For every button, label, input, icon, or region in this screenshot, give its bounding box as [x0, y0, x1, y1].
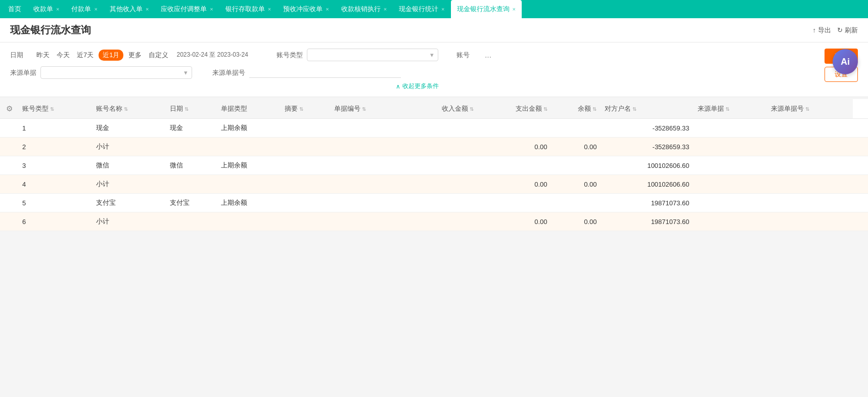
th-account-name[interactable]: 账号名称 ⇅ — [92, 99, 166, 119]
td-expense — [552, 119, 601, 138]
nav-tab-0[interactable]: 收款单 × — [27, 0, 65, 18]
chevron-down-icon: ▾ — [430, 51, 434, 59]
table-row[interactable]: 4小计0.000.00100102606.60 — [0, 175, 868, 194]
nav-tab-4[interactable]: 银行存取款单 × — [219, 0, 277, 18]
th-counterpart[interactable]: 对方户名 ⇅ — [601, 99, 693, 119]
td-gear — [0, 175, 18, 194]
td-doc-no — [404, 156, 478, 175]
top-nav: 首页 收款单 × 付款单 × 其他收入单 × 应收应付调整单 × 银行存取款单 … — [0, 0, 868, 18]
filter-left: 日期 昨天 今天 近7天 近1月 更多 自定义 2023-02-24 至 202… — [10, 49, 825, 91]
table-row[interactable]: 2小计0.000.00-3528659.33 — [0, 138, 868, 156]
td-account-name — [166, 175, 217, 194]
th-summary[interactable]: 摘要 ⇅ — [281, 99, 330, 119]
td-balance: 100102606.60 — [601, 156, 693, 175]
table-row[interactable]: 6小计0.000.0019871073.60 — [0, 212, 868, 231]
th-doc-type[interactable]: 单据类型 — [217, 99, 281, 119]
sort-icon: ⇅ — [592, 106, 597, 112]
nav-tab-7[interactable]: 现金银行统计 × — [393, 0, 450, 18]
td-balance: 19871073.60 — [601, 194, 693, 212]
nav-tab-3[interactable]: 应收应付调整单 × — [155, 0, 219, 18]
date-btn-today[interactable]: 今天 — [55, 50, 72, 61]
td-gear — [0, 138, 18, 156]
export-button[interactable]: ↑ 导出 — [813, 26, 832, 35]
account-type-select[interactable]: ▾ — [307, 49, 438, 61]
sort-icon: ⇅ — [470, 106, 474, 112]
page-title: 现金银行流水查询 — [10, 23, 91, 37]
th-expense[interactable]: 支出金额 ⇅ — [478, 99, 552, 119]
td-account-type: 微信 — [92, 156, 166, 175]
td-gear — [0, 212, 18, 231]
close-icon[interactable]: × — [56, 0, 59, 18]
sort-icon: ⇅ — [185, 106, 189, 112]
td-doc-no — [404, 175, 478, 194]
td-income — [478, 119, 552, 138]
th-source-doc[interactable]: 来源单据 ⇅ — [694, 99, 767, 119]
td-counterpart — [694, 138, 767, 156]
td-expense — [552, 156, 601, 175]
th-doc-no[interactable]: 单据编号 ⇅ — [330, 99, 404, 119]
date-btn-custom[interactable]: 自定义 — [147, 50, 170, 61]
date-btn-1month[interactable]: 近1月 — [99, 50, 123, 61]
nav-tab-5[interactable]: 预收冲应收单 × — [277, 0, 335, 18]
account-dots[interactable]: ... — [481, 51, 495, 60]
td-seq: 5 — [18, 194, 92, 212]
td-gear — [0, 194, 18, 212]
nav-home[interactable]: 首页 — [2, 0, 27, 18]
gear-icon[interactable]: ⚙ — [6, 104, 13, 113]
th-gear[interactable]: ⚙ — [0, 99, 18, 119]
td-source-doc — [767, 156, 853, 175]
td-source-doc — [767, 212, 853, 231]
th-source-doc-no[interactable]: 来源单据号 ⇅ — [767, 99, 853, 119]
nav-tab-8[interactable]: 现金银行流水查询 × — [451, 0, 522, 18]
td-seq: 6 — [18, 212, 92, 231]
td-account-type: 小计 — [92, 212, 166, 231]
close-icon[interactable]: × — [326, 0, 329, 18]
source-doc-no-label: 来源单据号 — [212, 68, 245, 77]
source-doc-select[interactable]: ▾ — [40, 66, 192, 79]
filter-area: 日期 昨天 今天 近7天 近1月 更多 自定义 2023-02-24 至 202… — [0, 42, 868, 97]
td-expense: 0.00 — [552, 175, 601, 194]
table-row[interactable]: 1现金现金上期余额-3528659.33 — [0, 119, 868, 138]
th-balance[interactable]: 余额 ⇅ — [552, 99, 601, 119]
td-seq: 2 — [18, 138, 92, 156]
collapse-bar[interactable]: ∧ 收起更多条件 — [10, 79, 825, 91]
table-row[interactable]: 5支付宝支付宝上期余额19871073.60 — [0, 194, 868, 212]
td-date: 上期余额 — [217, 119, 281, 138]
th-income[interactable]: 收入金额 ⇅ — [404, 99, 478, 119]
refresh-button[interactable]: ↻ 刷新 — [837, 26, 858, 35]
close-icon[interactable]: × — [94, 0, 97, 18]
td-income — [478, 194, 552, 212]
td-gear — [0, 119, 18, 138]
account-group: 账号 ... — [456, 51, 495, 60]
td-source-doc-no — [853, 212, 868, 231]
close-icon[interactable]: × — [210, 0, 213, 18]
close-icon[interactable]: × — [441, 0, 444, 18]
date-btn-yesterday[interactable]: 昨天 — [34, 50, 52, 61]
sort-icon: ⇅ — [362, 106, 366, 112]
source-doc-no-input[interactable] — [249, 68, 401, 78]
nav-tab-1[interactable]: 付款单 × — [65, 0, 103, 18]
nav-tab-6[interactable]: 收款核销执行 × — [335, 0, 393, 18]
date-btn-more[interactable]: 更多 — [126, 50, 144, 61]
nav-tab-2[interactable]: 其他收入单 × — [104, 0, 155, 18]
source-doc-label: 来源单据 — [10, 68, 36, 77]
date-btn-7days[interactable]: 近7天 — [75, 50, 96, 61]
close-icon[interactable]: × — [268, 0, 271, 18]
th-date[interactable]: 日期 ⇅ — [166, 99, 217, 119]
date-filter-group: 日期 昨天 今天 近7天 近1月 更多 自定义 2023-02-24 至 202… — [10, 50, 248, 61]
td-summary — [330, 156, 404, 175]
td-expense: 0.00 — [552, 212, 601, 231]
td-account-name: 微信 — [166, 156, 217, 175]
td-counterpart — [694, 194, 767, 212]
td-account-name — [166, 138, 217, 156]
th-account-type[interactable]: 账号类型 ⇅ — [18, 99, 92, 119]
close-icon[interactable]: × — [384, 0, 387, 18]
table-row[interactable]: 3微信微信上期余额100102606.60 — [0, 156, 868, 175]
ai-badge[interactable]: Ai — [833, 49, 858, 74]
close-icon[interactable]: × — [513, 0, 516, 18]
td-doc-no — [404, 194, 478, 212]
sort-icon: ⇅ — [543, 106, 547, 112]
sort-icon: ⇅ — [805, 106, 809, 112]
td-doc-no — [404, 212, 478, 231]
close-icon[interactable]: × — [146, 0, 149, 18]
